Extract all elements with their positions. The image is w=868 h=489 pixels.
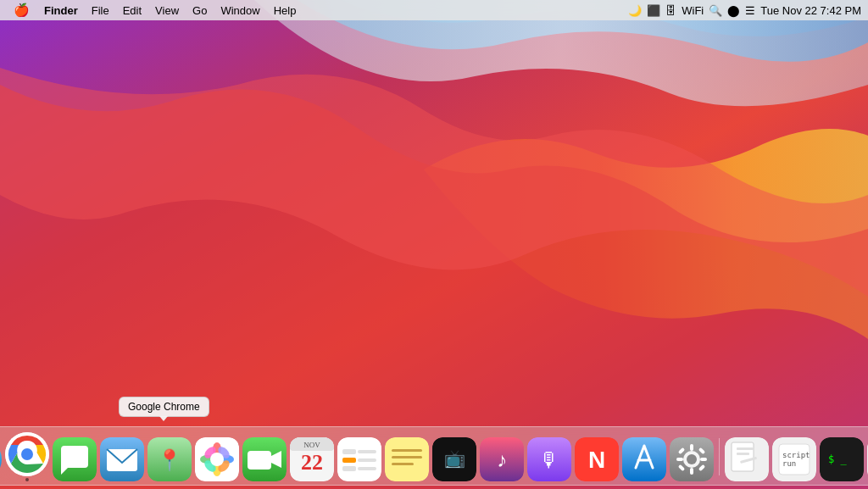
settings-icon bbox=[670, 437, 714, 481]
svg-text:run: run bbox=[782, 459, 796, 468]
photos-icon bbox=[195, 437, 239, 481]
svg-rect-52 bbox=[342, 449, 356, 454]
dock-item-appstore[interactable] bbox=[622, 437, 666, 481]
menubar-right: 🌙 ⬛ 🗄 WiFi 🔍 ⬤ ☰ Tue Nov 22 7:42 PM bbox=[628, 4, 861, 17]
svg-rect-75 bbox=[690, 468, 693, 475]
svg-rect-59 bbox=[392, 449, 422, 452]
podcasts-icon: 🎙 bbox=[527, 437, 571, 481]
menubar-left: 🍎 Finder File Edit View Go Window Help bbox=[7, 3, 302, 19]
svg-rect-56 bbox=[342, 466, 356, 471]
search-icon[interactable]: 🔍 bbox=[709, 4, 722, 17]
svg-point-73 bbox=[687, 454, 697, 464]
svg-rect-54 bbox=[342, 458, 356, 463]
dock: 📍 bbox=[0, 426, 868, 486]
svg-rect-85 bbox=[737, 453, 749, 455]
menu-view[interactable]: View bbox=[149, 3, 185, 19]
dock-container: 📍 bbox=[0, 426, 868, 489]
dock-item-preview[interactable] bbox=[725, 437, 769, 481]
svg-point-18 bbox=[0, 437, 2, 481]
reminders-icon bbox=[337, 437, 381, 481]
svg-text:📍: 📍 bbox=[157, 447, 182, 472]
script-editor-icon: script run bbox=[772, 437, 816, 481]
svg-text:♪: ♪ bbox=[497, 448, 507, 471]
notes-icon bbox=[385, 437, 429, 481]
dock-item-reminders[interactable] bbox=[337, 437, 381, 481]
dock-item-contacts[interactable]: NOV 22 bbox=[290, 437, 334, 481]
display-icon[interactable]: ⬛ bbox=[647, 4, 660, 17]
menu-go[interactable]: Go bbox=[186, 3, 213, 19]
svg-rect-74 bbox=[690, 444, 693, 451]
dock-item-mail[interactable] bbox=[100, 437, 144, 481]
dock-item-appletv[interactable]: 📺 bbox=[432, 437, 476, 481]
contacts-icon: NOV 22 bbox=[290, 437, 334, 481]
chrome-icon bbox=[5, 432, 49, 476]
dock-item-safari[interactable] bbox=[0, 437, 2, 481]
wifi-icon[interactable]: WiFi bbox=[682, 4, 704, 17]
svg-text:📺: 📺 bbox=[443, 448, 465, 469]
menu-file[interactable]: File bbox=[86, 3, 115, 19]
siri-icon[interactable]: ⬤ bbox=[727, 4, 740, 17]
app-name[interactable]: Finder bbox=[38, 3, 84, 19]
safari-icon bbox=[0, 437, 2, 481]
terminal-icon: $ _ bbox=[820, 437, 864, 481]
svg-rect-83 bbox=[732, 442, 754, 471]
dock-item-news[interactable]: N bbox=[575, 437, 619, 481]
dock-item-music[interactable]: ♪ bbox=[480, 437, 524, 481]
menu-window[interactable]: Window bbox=[214, 3, 265, 19]
svg-text:$ _: $ _ bbox=[828, 453, 847, 465]
svg-rect-60 bbox=[392, 456, 422, 458]
preview-icon bbox=[725, 437, 769, 481]
dock-item-facetime[interactable] bbox=[242, 437, 287, 481]
maps-icon: 📍 bbox=[147, 437, 192, 481]
dock-item-chrome[interactable] bbox=[5, 432, 49, 481]
svg-rect-44 bbox=[248, 451, 271, 470]
dock-item-messages[interactable] bbox=[53, 437, 97, 481]
svg-rect-77 bbox=[700, 458, 707, 461]
svg-point-42 bbox=[210, 453, 224, 466]
news-icon: N bbox=[575, 437, 619, 481]
dock-item-notes[interactable] bbox=[385, 437, 429, 481]
dock-item-podcasts[interactable]: 🎙 bbox=[527, 437, 571, 481]
svg-rect-61 bbox=[392, 463, 414, 465]
music-icon: ♪ bbox=[480, 437, 524, 481]
svg-text:22: 22 bbox=[301, 450, 323, 475]
tooltip-text: Google Chrome bbox=[128, 401, 200, 413]
clock: Tue Nov 22 7:42 PM bbox=[760, 4, 861, 17]
dock-item-photos[interactable] bbox=[195, 437, 239, 481]
facetime-icon bbox=[242, 437, 287, 481]
dock-item-terminal[interactable]: $ _ bbox=[820, 437, 864, 481]
appstore-icon bbox=[622, 437, 666, 481]
do-not-disturb-icon[interactable]: 🌙 bbox=[628, 4, 642, 17]
dock-item-system-preferences[interactable] bbox=[670, 437, 714, 481]
mail-icon bbox=[100, 437, 144, 481]
apple-menu[interactable]: 🍎 bbox=[7, 3, 36, 18]
svg-text:🎙: 🎙 bbox=[539, 448, 559, 471]
dock-item-maps[interactable]: 📍 bbox=[147, 437, 192, 481]
menubar: 🍎 Finder File Edit View Go Window Help 🌙… bbox=[0, 0, 868, 20]
svg-rect-55 bbox=[358, 458, 376, 462]
svg-rect-84 bbox=[737, 447, 754, 450]
dock-item-script-editor[interactable]: script run bbox=[772, 437, 816, 481]
svg-rect-58 bbox=[385, 437, 429, 481]
notification-icon[interactable]: ☰ bbox=[745, 4, 755, 17]
svg-text:N: N bbox=[587, 447, 604, 473]
time-machine-icon[interactable]: 🗄 bbox=[665, 4, 676, 17]
svg-point-27 bbox=[21, 448, 33, 460]
chrome-dot bbox=[25, 478, 29, 481]
svg-text:script: script bbox=[782, 451, 810, 459]
svg-text:NOV: NOV bbox=[303, 441, 320, 449]
svg-rect-53 bbox=[358, 450, 376, 453]
messages-icon bbox=[53, 437, 97, 481]
svg-rect-76 bbox=[676, 458, 683, 461]
menu-help[interactable]: Help bbox=[268, 3, 303, 19]
dock-separator bbox=[719, 438, 720, 475]
menu-edit[interactable]: Edit bbox=[117, 3, 147, 19]
dock-tooltip: Google Chrome bbox=[119, 397, 209, 417]
appletv-icon: 📺 bbox=[432, 437, 476, 481]
svg-rect-57 bbox=[358, 467, 376, 470]
